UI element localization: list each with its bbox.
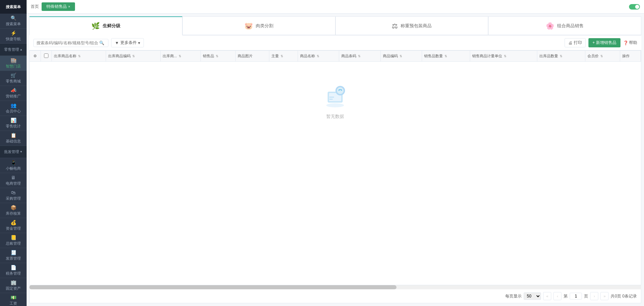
sidebar-item-mini-ecom[interactable]: 📱 小畅电商: [0, 158, 27, 173]
sidebar-item-inventory[interactable]: 📦 库存核算: [0, 203, 27, 218]
sidebar: 搜索菜单 🔍 搜索菜单 ⚡ 快捷导航 零售管理 ▲ 🏬 智慧门店 🛒 零售商城 …: [0, 0, 27, 306]
sidebar-item-finance[interactable]: 💰 资金管理: [0, 218, 27, 233]
horizontal-scrollbar[interactable]: [29, 285, 641, 289]
sidebar-item-tax-mgmt[interactable]: 📄 税务管理: [0, 263, 27, 278]
sort-icon[interactable]: ⇅: [216, 55, 219, 58]
sort-icon[interactable]: ⇅: [600, 55, 603, 58]
data-table: ⚙ 出库商品名称 ⇅ 出库商品编码 ⇅: [30, 51, 641, 140]
cat-tab-label: 生鲜分级: [103, 23, 120, 29]
filter-button[interactable]: ▼ 更多条件 ▾: [111, 38, 144, 47]
th-checkbox[interactable]: [41, 51, 51, 62]
sidebar-item-wages[interactable]: 💵 工资: [0, 293, 27, 306]
sort-icon[interactable]: ⇅: [358, 55, 361, 58]
help-button[interactable]: ❓ 帮助: [623, 40, 637, 46]
sidebar-item-label: 零售商城: [6, 79, 21, 84]
sidebar-item-retail-mall[interactable]: 🛒 零售商城: [0, 71, 27, 86]
sidebar-item-label: 采购管理: [6, 196, 21, 201]
active-tab[interactable]: 特殊销售品 ×: [42, 2, 75, 11]
data-table-container[interactable]: ⚙ 出库商品名称 ⇅ 出库商品编码 ⇅: [29, 50, 641, 285]
sidebar-item-search-menu[interactable]: 🔍 搜索菜单: [0, 14, 27, 29]
purchase-mgmt-icon: 🛍: [11, 190, 16, 195]
filter-arrow-icon: ▾: [138, 41, 140, 45]
per-page-select[interactable]: 50 10 20 100: [524, 292, 541, 300]
sidebar-item-label: 搜索菜单: [6, 21, 21, 27]
sort-icon[interactable]: ⇅: [560, 55, 563, 58]
settings-icon[interactable]: ⚙: [33, 54, 37, 58]
last-page-button[interactable]: »: [600, 292, 609, 300]
th-outbound-spec: 出库商... ⇅: [160, 51, 200, 62]
sidebar-item-label: 发票管理: [6, 256, 21, 261]
prev-page-button[interactable]: ‹: [553, 292, 561, 300]
meat-cut-icon: 🐷: [244, 22, 253, 30]
cat-tab-meat-cut[interactable]: 🐷 肉类分割: [182, 16, 335, 35]
cat-tab-fresh-grade[interactable]: 🌿 生鲜分级: [29, 16, 182, 35]
th-settings[interactable]: ⚙: [30, 51, 41, 62]
empty-state-icon: [321, 82, 349, 109]
search-box[interactable]: 🔍: [33, 39, 108, 47]
search-input[interactable]: [36, 41, 98, 45]
sort-icon[interactable]: ⇅: [179, 55, 181, 58]
sidebar-item-wholesale-mgmt[interactable]: 批发管理 ▼: [0, 146, 27, 158]
sort-icon[interactable]: ⇅: [400, 55, 402, 58]
sort-icon[interactable]: ⇅: [132, 55, 135, 58]
toggle-switch[interactable]: [629, 4, 640, 10]
select-all-checkbox[interactable]: [44, 53, 48, 58]
new-sales-item-button[interactable]: + 新增销售品: [588, 38, 620, 47]
chevron-down-icon: ▲: [20, 48, 23, 51]
topbar: 首页 特殊销售品 ×: [27, 0, 644, 14]
sort-icon[interactable]: ⇅: [281, 55, 283, 58]
th-outbound-name: 出库商品名称 ⇅: [51, 51, 106, 62]
tab-close-icon[interactable]: ×: [68, 5, 70, 9]
quick-nav-icon: ⚡: [11, 30, 16, 36]
cat-tab-combo-sale[interactable]: 🌸 组合商品销售: [488, 16, 641, 35]
sidebar-item-invoice-mgmt[interactable]: 🧾 发票管理: [0, 248, 27, 263]
th-product-code: 商品编码 ⇅: [380, 51, 422, 62]
fixed-assets-icon: 🏢: [11, 280, 16, 285]
sidebar-item-retail-stats[interactable]: 📊 零售统计: [0, 116, 27, 131]
sidebar-item-fixed-assets[interactable]: 🏢 固定资产: [0, 278, 27, 293]
cat-tab-label: 组合商品销售: [557, 23, 584, 29]
sort-icon[interactable]: ⇅: [504, 55, 507, 58]
sidebar-item-smart-store[interactable]: 🏬 智慧门店: [0, 56, 27, 71]
sidebar-item-quick-nav[interactable]: ⚡ 快捷导航: [0, 29, 27, 44]
cat-tab-weigh-pack[interactable]: ⚖ 称重预包装商品: [335, 16, 489, 35]
page-unit: 页: [584, 293, 588, 299]
general-ledger-icon: 📒: [11, 235, 16, 240]
home-link[interactable]: 首页: [31, 4, 39, 10]
page-input[interactable]: [570, 293, 582, 300]
sidebar-item-members[interactable]: 👥 会员中心: [0, 101, 27, 116]
mini-ecom-icon: 📱: [11, 160, 16, 165]
help-label: 帮助: [629, 40, 637, 46]
wages-icon: 💵: [11, 295, 16, 300]
sort-icon[interactable]: ⇅: [445, 55, 447, 58]
sort-icon[interactable]: ⇅: [317, 55, 319, 58]
page-label: 第: [564, 293, 568, 299]
th-sales-unit: 销售商品计量单位 ⇅: [470, 51, 537, 62]
first-page-button[interactable]: «: [543, 292, 551, 300]
inventory-icon: 📦: [11, 205, 16, 210]
scrollbar-thumb[interactable]: [29, 285, 396, 289]
sidebar-item-basic-info[interactable]: 📋 基础信息: [0, 131, 27, 146]
topbar-right: [629, 4, 640, 10]
print-button[interactable]: 🖨 打印: [565, 38, 586, 47]
sidebar-item-general-ledger[interactable]: 📒 总账管理: [0, 233, 27, 248]
sidebar-item-purchase-mgmt[interactable]: 🛍 采购管理: [0, 188, 27, 203]
pagination: 每页显示 50 10 20 100 « ‹ 第 页 › » 共0页 0条记录: [29, 289, 641, 303]
svg-point-4: [337, 87, 344, 94]
toolbar: 🔍 ▼ 更多条件 ▾ 🖨 打印 + 新增销售品 ❓ 帮助: [29, 35, 641, 50]
th-outbound-code: 出库商品编码 ⇅: [106, 51, 161, 62]
sidebar-item-retail-mgmt[interactable]: 零售管理 ▲: [0, 44, 27, 56]
sidebar-item-ecom-mgmt[interactable]: 🖥 电商管理: [0, 173, 27, 188]
sidebar-item-label: 基础信息: [6, 139, 21, 144]
th-weight: 主量 ⇅: [269, 51, 298, 62]
members-icon: 👥: [11, 103, 16, 108]
sort-icon[interactable]: ⇅: [78, 55, 81, 58]
invoice-icon: 🧾: [11, 250, 16, 255]
print-icon: 🖨: [568, 41, 572, 45]
sidebar-item-label: 总账管理: [6, 241, 21, 246]
search-icon[interactable]: 🔍: [99, 41, 104, 45]
sidebar-item-label: 零售统计: [6, 124, 21, 129]
sidebar-item-marketing[interactable]: 📣 营销推广: [0, 86, 27, 101]
next-page-button[interactable]: ›: [590, 292, 598, 300]
sidebar-item-label: 固定资产: [6, 286, 21, 291]
